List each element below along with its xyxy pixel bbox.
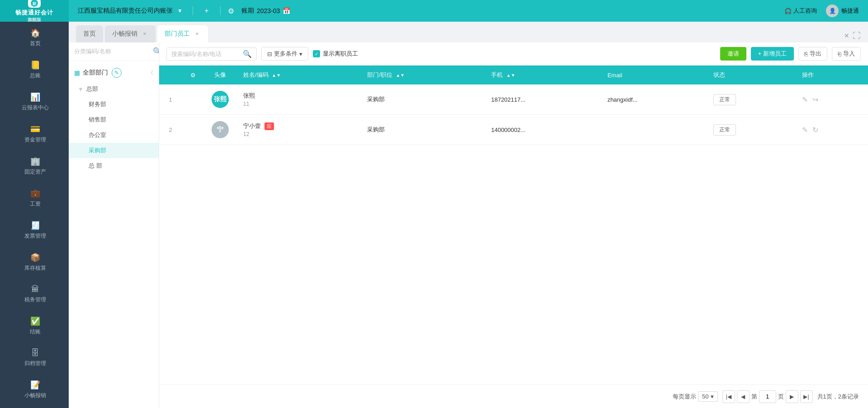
- dept-tree: ▦ 全部部门 ✎ 《 ▼ 总部 财务部 销售: [69, 61, 159, 408]
- reports-icon: 📊: [30, 92, 40, 102]
- tab-close-expense[interactable]: ×: [141, 30, 148, 38]
- per-page-dropdown-icon: ▾: [711, 393, 714, 400]
- expense-icon: 📝: [30, 380, 40, 390]
- row-dept: 采购部: [360, 84, 484, 115]
- tab-close-all-icon[interactable]: ×: [844, 31, 849, 41]
- add-button[interactable]: +: [200, 5, 213, 17]
- dept-panel: 🔍 ▦ 全部部门 ✎ 《 ▼ 总部: [69, 42, 159, 408]
- tab-expense[interactable]: 小畅报销 ×: [105, 25, 156, 42]
- add-employee-button[interactable]: + 新增员工: [751, 47, 794, 61]
- tab-expand-icon[interactable]: ⛶: [853, 31, 861, 41]
- tab-home[interactable]: 首页: [76, 25, 103, 42]
- first-page-button[interactable]: |◀: [722, 390, 735, 403]
- dept-node-sales[interactable]: 销售部: [69, 112, 159, 127]
- company-name[interactable]: 江西服宝精品有限责任公司内账张 ▼: [69, 7, 185, 15]
- import-button[interactable]: ⎗ 导入: [832, 47, 861, 61]
- row-status: 正常: [706, 115, 794, 145]
- th-email: Email: [600, 66, 707, 84]
- dept-node-office[interactable]: 办公室: [69, 127, 159, 143]
- sidebar-item-salary[interactable]: 💼 工资: [0, 182, 69, 214]
- sidebar-item-home[interactable]: 🏠 首页: [0, 22, 69, 54]
- employee-search-input[interactable]: [171, 51, 240, 57]
- th-settings[interactable]: ⚙: [182, 66, 204, 84]
- dept-node-hq[interactable]: 总 部: [69, 158, 159, 174]
- page-size-select: 每页显示 50 ▾: [673, 391, 717, 402]
- row-phone: 187202117...: [484, 84, 600, 115]
- dept-node-general[interactable]: ▼ 总部: [69, 81, 159, 97]
- expand-icon: ▼: [78, 86, 84, 93]
- pagination: 每页显示 50 ▾ |◀ ◀ 第 页 ▶ ▶|: [159, 385, 868, 408]
- edit-action-icon[interactable]: ✎: [802, 95, 808, 104]
- dept-node-finance[interactable]: 财务部: [69, 97, 159, 112]
- header-divider2: [220, 6, 221, 15]
- tab-department[interactable]: 部门员工 ×: [157, 25, 208, 42]
- toolbar-right: 邀请 + 新增员工 ⎘ 导出 ⎗ 导入: [720, 47, 861, 61]
- row-actions: ✎ ↻: [795, 115, 868, 145]
- service-button[interactable]: 🎧 人工咨询: [784, 7, 817, 15]
- edit-action-icon[interactable]: ✎: [802, 126, 808, 134]
- dropdown-icon: ▾: [299, 51, 302, 57]
- prev-page-button[interactable]: ◀: [737, 390, 750, 403]
- sidebar-item-ledger[interactable]: 📒 总账: [0, 54, 69, 86]
- header-right: 🎧 人工咨询 👤 畅捷通: [784, 5, 868, 17]
- alert-badge: 应: [264, 122, 274, 130]
- employee-table: ⚙ 头像 姓名/编码 ▲▼ 部门/职位: [159, 66, 868, 385]
- th-status: 状态: [706, 66, 794, 84]
- action-icons: ✎ ↪: [802, 95, 861, 104]
- refresh-action-icon[interactable]: ↻: [812, 126, 818, 134]
- export-button[interactable]: ⎘ 导出: [798, 47, 827, 61]
- sidebar-item-inventory[interactable]: 📦 库存核算: [0, 246, 69, 278]
- user-menu[interactable]: 👤 畅捷通: [826, 5, 859, 17]
- th-dept[interactable]: 部门/职位 ▲▼: [360, 66, 484, 84]
- next-page-button[interactable]: ▶: [786, 390, 798, 403]
- dept-search-icon[interactable]: 🔍: [153, 47, 159, 56]
- app-name: 畅捷通好会计: [15, 9, 53, 17]
- logout-action-icon[interactable]: ↪: [812, 95, 818, 104]
- show-resigned-checkbox-label[interactable]: ✓ 显示离职员工: [313, 50, 358, 58]
- row-no: 1: [159, 84, 182, 115]
- settings-icon[interactable]: ⚙: [228, 7, 234, 15]
- sidebar-item-tax[interactable]: 🏛 税务管理: [0, 278, 69, 310]
- sort-icon: ▲▼: [272, 73, 281, 78]
- dept-search-input[interactable]: [74, 48, 150, 55]
- avatar: 宁: [212, 121, 229, 138]
- header-divider: [193, 6, 193, 15]
- show-resigned-checkbox[interactable]: ✓: [313, 50, 320, 57]
- last-page-button[interactable]: ▶|: [800, 390, 813, 403]
- sidebar-item-funds[interactable]: 💳 资金管理: [0, 118, 69, 150]
- search-icon[interactable]: 🔍: [243, 50, 252, 58]
- th-avatar: 头像: [204, 66, 236, 84]
- sidebar-item-reports[interactable]: 📊 云报表中心: [0, 86, 69, 118]
- sidebar-item-assets[interactable]: 🏢 固定资产: [0, 150, 69, 182]
- invite-button[interactable]: 邀请: [720, 47, 746, 61]
- page-label: 第: [751, 393, 757, 401]
- row-avatar: 张熙: [204, 84, 236, 115]
- th-name[interactable]: 姓名/编码 ▲▼: [236, 66, 360, 84]
- content-area: 首页 小畅报销 × 部门员工 × × ⛶ 🔍: [69, 22, 868, 408]
- th-phone[interactable]: 手机 ▲▼: [484, 66, 600, 84]
- calendar-icon[interactable]: 📅: [283, 7, 290, 14]
- close-period-icon: ✅: [30, 316, 40, 326]
- sidebar-item-settings[interactable]: ⚙ 基础设置: [0, 406, 69, 408]
- row-email: zhangxidf...: [600, 84, 707, 115]
- filter-button[interactable]: ⊟ 更多条件 ▾: [261, 47, 308, 61]
- sidebar-item-close[interactable]: ✅ 结账: [0, 310, 69, 342]
- archive-icon: 🗄: [31, 348, 39, 358]
- tab-bar-actions: × ⛶: [844, 31, 861, 42]
- row-actions: ✎ ↪: [795, 84, 868, 115]
- dept-collapse-button[interactable]: 《: [148, 69, 153, 77]
- dept-edit-button[interactable]: ✎: [112, 68, 122, 78]
- tab-close-dept[interactable]: ×: [193, 30, 201, 38]
- page-nav: |◀ ◀ 第 页 ▶ ▶|: [722, 390, 813, 403]
- table-row: 1 张熙 张熙 11: [159, 84, 868, 115]
- sidebar-item-expense[interactable]: 📝 小畅报销: [0, 374, 69, 406]
- dept-all-item[interactable]: ▦ 全部部门 ✎ 《: [69, 64, 159, 81]
- salary-icon: 💼: [30, 188, 40, 198]
- total-info: 共1页，2条记录: [817, 393, 859, 401]
- sidebar-item-invoice[interactable]: 🧾 发票管理: [0, 214, 69, 246]
- sidebar-item-archive[interactable]: 🗄 归档管理: [0, 342, 69, 374]
- page-size-dropdown[interactable]: 50 ▾: [698, 391, 717, 402]
- logo-icon: 财: [28, 0, 41, 8]
- dept-node-purchase[interactable]: 采购部: [69, 143, 159, 158]
- page-input[interactable]: [759, 390, 776, 403]
